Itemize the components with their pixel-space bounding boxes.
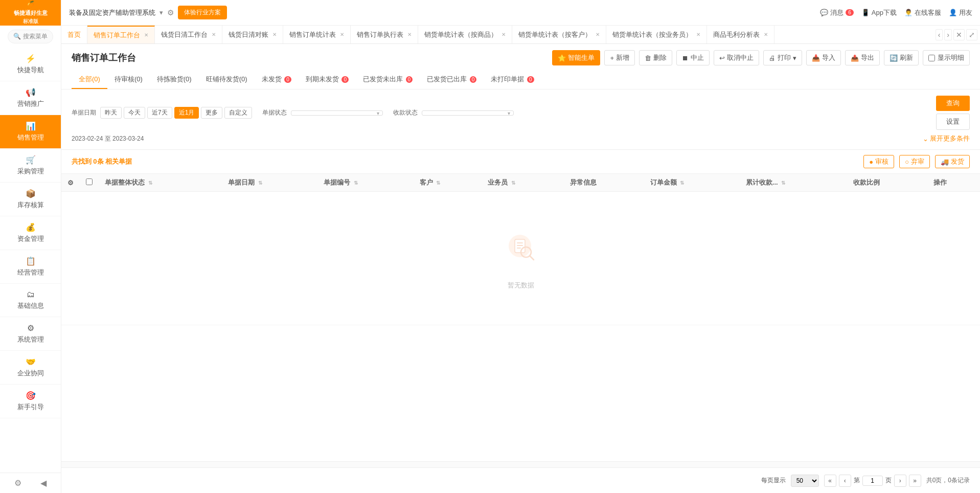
col-number-sort[interactable]: ⇅ <box>354 180 358 186</box>
subtab-not-printed[interactable]: 未打印单据 0 <box>484 71 541 89</box>
tab-sales-stats-product[interactable]: 销货单统计表（按商品） ✕ <box>418 26 512 44</box>
tab-sales-order-exec[interactable]: 销售订单执行表 ✕ <box>351 26 418 44</box>
subtab-expired-not-shipped[interactable]: 到期未发货 0 <box>299 71 356 89</box>
query-btn[interactable]: 查询 <box>936 96 970 111</box>
col-check <box>80 174 99 192</box>
unreviewed-btn[interactable]: ○ 弃审 <box>899 155 930 168</box>
sidebar-item-newbie[interactable]: 🎯 新手引导 <box>0 385 61 418</box>
settings-btn[interactable]: 设置 <box>936 114 970 130</box>
import-btn[interactable]: 📥 导入 <box>806 50 841 65</box>
col-employee-sort[interactable]: ⇅ <box>511 180 515 186</box>
sidebar-item-shortcut[interactable]: ⚡ 快捷导航 <box>0 48 61 81</box>
date-btn-more[interactable]: 更多 <box>201 107 222 119</box>
app-download-btn[interactable]: 📱 App下载 <box>861 8 897 17</box>
online-service-btn[interactable]: 👨‍💼 在线客服 <box>904 8 941 17</box>
tab-margin-analysis-close[interactable]: ✕ <box>764 32 768 37</box>
subtab-shipped-warehoused[interactable]: 已发货已出库 0 <box>420 71 484 89</box>
tab-close-all-btn[interactable]: ✕ <box>953 29 965 40</box>
tab-maximize-btn[interactable]: ⤢ <box>966 29 977 40</box>
tab-cash-reconcile-close[interactable]: ✕ <box>272 32 277 37</box>
user-btn[interactable]: 👤 用友 <box>949 8 972 17</box>
smart-gen-btn[interactable]: ⭐ 智能生单 <box>552 50 600 65</box>
header-gear-icon[interactable]: ⚙ <box>167 8 174 17</box>
tab-sales-stats-employee-close[interactable]: ✕ <box>696 32 700 37</box>
col-customer-label: 客户 <box>420 178 433 186</box>
sidebar-item-purchase[interactable]: 🛒 采购管理 <box>0 149 61 183</box>
tab-sales-order-stats-close[interactable]: ✕ <box>340 32 344 37</box>
date-btn-1month[interactable]: 近1月 <box>174 107 199 119</box>
add-btn[interactable]: + 新增 <box>604 50 635 65</box>
subtab-pending-review[interactable]: 待审核(0) <box>107 71 150 89</box>
first-page-btn[interactable]: « <box>824 475 836 487</box>
col-setting-icon[interactable]: ⚙ <box>67 179 74 187</box>
tab-cash-daily-close[interactable]: ✕ <box>212 32 216 37</box>
settings-bottom-icon[interactable]: ⚙ <box>14 478 21 488</box>
header-dropdown-arrow[interactable]: ▾ <box>159 9 163 16</box>
refresh-btn[interactable]: 🔄 刷新 <box>884 50 919 65</box>
tab-sales-order-exec-close[interactable]: ✕ <box>407 32 412 37</box>
ship-btn[interactable]: 🚚 发货 <box>935 155 970 168</box>
filter-payment-select[interactable]: ▾ <box>422 110 514 116</box>
tab-sales-stats-customer-close[interactable]: ✕ <box>596 32 600 37</box>
sidebar-item-operations[interactable]: 📋 经营管理 <box>0 250 61 284</box>
sidebar-item-finance[interactable]: 💰 资金管理 <box>0 216 61 250</box>
sidebar-item-search[interactable]: 🔍 搜索菜单 <box>0 26 61 48</box>
subtab-pending-inspect[interactable]: 待拣验货(0) <box>150 71 199 89</box>
sidebar-item-marketing[interactable]: 📢 营销推广 <box>0 81 61 115</box>
print-btn[interactable]: 🖨 打印 ▾ <box>763 50 802 65</box>
next-page-btn[interactable]: › <box>894 475 906 487</box>
search-input-fake[interactable]: 🔍 搜索菜单 <box>8 30 53 43</box>
subtab-shipped-not-warehoused[interactable]: 已发货未出库 0 <box>356 71 420 89</box>
prev-page-btn[interactable]: ‹ <box>839 475 851 487</box>
filter-payment-arrow: ▾ <box>508 110 510 116</box>
delete-btn[interactable]: 🗑 删除 <box>639 50 672 65</box>
tab-sales-workbench-close[interactable]: ✕ <box>144 32 148 38</box>
col-customer-sort[interactable]: ⇅ <box>436 180 440 186</box>
industry-btn[interactable]: 体验行业方案 <box>178 6 227 19</box>
tab-sales-order-stats[interactable]: 销售订单统计表 ✕ <box>283 26 351 44</box>
tab-cash-reconcile[interactable]: 钱货日清对账 ✕ <box>222 26 283 44</box>
scroll-bar-area[interactable] <box>61 461 980 467</box>
tab-sales-stats-product-close[interactable]: ✕ <box>502 32 506 37</box>
sidebar-item-sales[interactable]: 📊 销售管理 <box>0 115 61 149</box>
date-btn-7days[interactable]: 近7天 <box>147 107 172 119</box>
expand-more-btn[interactable]: ⌄ 展开更多条件 <box>923 134 970 143</box>
tab-sales-stats-customer[interactable]: 销货单统计表（按客户） ✕ <box>512 26 606 44</box>
service-label: 在线客服 <box>915 8 941 17</box>
show-detail-toggle[interactable]: 显示明细 <box>923 50 970 65</box>
export-btn[interactable]: 📤 导出 <box>845 50 880 65</box>
sidebar-item-basic[interactable]: 🗂 基础信息 <box>0 284 61 317</box>
sidebar-item-enterprise[interactable]: 🤝 企业协同 <box>0 351 61 385</box>
tab-next-btn[interactable]: › <box>944 29 952 40</box>
review-btn[interactable]: ● 审核 <box>863 155 894 168</box>
tab-margin-analysis[interactable]: 商品毛利分析表 ✕ <box>707 26 774 44</box>
sidebar-item-system[interactable]: ⚙ 系统管理 <box>0 317 61 351</box>
tab-cash-daily[interactable]: 钱货日清工作台 ✕ <box>155 26 222 44</box>
select-all-checkbox[interactable] <box>86 178 93 185</box>
cancel-stop-btn[interactable]: ↩ 取消中止 <box>714 50 759 65</box>
page-size-select[interactable]: 20 50 100 <box>791 475 819 487</box>
sidebar-bottom: ⚙ ◀ <box>0 473 61 493</box>
stop-btn[interactable]: ⏹ 中止 <box>676 50 710 65</box>
col-collected-sort[interactable]: ⇅ <box>781 180 785 186</box>
tab-prev-btn[interactable]: ‹ <box>936 29 943 40</box>
col-status-sort[interactable]: ⇅ <box>148 180 152 186</box>
col-amount-sort[interactable]: ⇅ <box>680 180 684 186</box>
date-btn-today[interactable]: 今天 <box>124 107 145 119</box>
sidebar-item-inventory[interactable]: 📦 库存核算 <box>0 183 61 216</box>
collapse-icon[interactable]: ◀ <box>40 478 47 488</box>
subtab-all[interactable]: 全部(0) <box>72 71 107 89</box>
filter-status-select[interactable]: ▾ <box>291 110 383 116</box>
messages-btn[interactable]: 💬 消息 6 <box>820 8 854 17</box>
date-btn-custom[interactable]: 自定义 <box>224 107 252 119</box>
show-detail-checkbox[interactable] <box>928 55 935 61</box>
last-page-btn[interactable]: » <box>909 475 921 487</box>
tab-sales-stats-employee[interactable]: 销货单统计表（按业务员） ✕ <box>606 26 707 44</box>
tab-sales-workbench[interactable]: 销售订单工作台 ✕ <box>87 26 155 44</box>
col-date-sort[interactable]: ⇅ <box>258 180 262 186</box>
subtab-wangpu[interactable]: 旺铺待发货(0) <box>199 71 255 89</box>
date-btn-yesterday[interactable]: 昨天 <box>100 107 122 119</box>
current-page-input[interactable] <box>862 476 883 486</box>
tab-home[interactable]: 首页 <box>61 26 87 44</box>
subtab-not-shipped[interactable]: 未发货 0 <box>255 71 299 89</box>
